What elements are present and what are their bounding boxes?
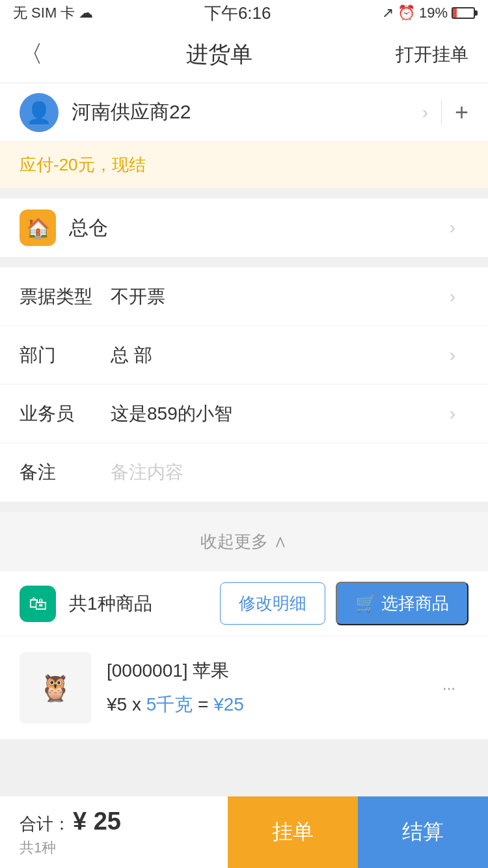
salesperson-label: 业务员 xyxy=(20,401,98,426)
total-label: 合计： xyxy=(20,813,70,835)
notice-text: 应付-20元，现结 xyxy=(20,155,146,174)
supplier-name: 河南供应商22 xyxy=(72,99,422,126)
total-amount: ¥ 25 xyxy=(73,807,121,835)
chevron-right-icon: › xyxy=(422,102,428,123)
person-icon: 👤 xyxy=(26,100,52,125)
product-code: [0000001] 苹果 xyxy=(107,660,229,681)
product-count: 共1种商品 xyxy=(69,591,220,616)
navigation-icon: ↗ xyxy=(382,5,394,21)
nav-bar: 〈 进货单 打开挂单 xyxy=(0,26,488,83)
total-count: 共1种 xyxy=(20,838,208,858)
edit-detail-button[interactable]: 修改明细 xyxy=(220,582,325,625)
more-button[interactable]: ··· xyxy=(429,675,468,701)
settle-label: 结算 xyxy=(402,818,444,847)
form-section: 票据类型 不开票 › 部门 总 部 › 业务员 这是859的小智 › 备注 备注… xyxy=(0,267,488,502)
unit-price: ¥5 x xyxy=(107,694,146,714)
battery-percent: 19% xyxy=(419,5,448,21)
invoice-type-value: 不开票 xyxy=(98,284,450,309)
remark-row[interactable]: 备注 备注内容 xyxy=(0,443,488,502)
product-thumbnail: 🦉 xyxy=(20,652,91,724)
select-product-button[interactable]: 🛒 选择商品 xyxy=(336,582,468,625)
status-left: 无 SIM 卡 ☁ xyxy=(13,3,93,23)
open-hang-button[interactable]: 打开挂单 xyxy=(396,42,468,67)
select-product-icon: 🛒 xyxy=(355,593,376,614)
settle-button[interactable]: 结算 xyxy=(358,796,488,868)
department-row[interactable]: 部门 总 部 › xyxy=(0,326,488,385)
collapse-bar[interactable]: 收起更多 ∧ xyxy=(0,512,488,571)
chevron-right-icon: › xyxy=(450,345,455,366)
product-header: 🛍 共1种商品 修改明细 🛒 选择商品 xyxy=(0,571,488,636)
warehouse-icon: 🏠 xyxy=(26,217,50,239)
product-icon-wrap: 🛍 xyxy=(20,586,56,622)
total-price: ¥25 xyxy=(213,694,244,714)
invoice-type-label: 票据类型 xyxy=(20,284,98,309)
select-product-label: 选择商品 xyxy=(381,592,449,615)
collapse-label: 收起更多 ∧ xyxy=(200,532,287,551)
total-section: 合计： ¥ 25 共1种 xyxy=(0,796,228,868)
hang-label: 挂单 xyxy=(272,818,314,847)
equals: = xyxy=(198,694,213,714)
supplier-section: 👤 河南供应商22 › + 应付-20元，现结 xyxy=(0,83,488,188)
department-label: 部门 xyxy=(20,343,98,368)
add-supplier-button[interactable]: + xyxy=(455,99,468,126)
product-item: 🦉 [0000001] 苹果 ¥5 x 5千克 = ¥25 ··· xyxy=(0,636,488,740)
chevron-right-icon: › xyxy=(450,286,455,307)
product-section: 🛍 共1种商品 修改明细 🛒 选择商品 🦉 [0000001] 苹果 ¥5 x … xyxy=(0,571,488,740)
supplier-avatar: 👤 xyxy=(20,93,59,132)
status-right: ↗ ⏰ 19% xyxy=(382,5,475,21)
alarm-icon: ⏰ xyxy=(398,5,415,21)
back-button[interactable]: 〈 xyxy=(20,38,43,70)
salesperson-row[interactable]: 业务员 这是859的小智 › xyxy=(0,385,488,443)
status-time: 下午6:16 xyxy=(204,2,271,25)
warehouse-name: 总仓 xyxy=(69,215,450,241)
notice-bar: 应付-20元，现结 xyxy=(0,142,488,188)
vertical-divider xyxy=(441,100,442,126)
owl-logo-icon: 🦉 xyxy=(39,673,72,703)
bottom-bar: 合计： ¥ 25 共1种 挂单 结算 xyxy=(0,796,488,868)
invoice-type-row[interactable]: 票据类型 不开票 › xyxy=(0,267,488,326)
product-name: [0000001] 苹果 xyxy=(107,658,429,683)
sim-label: 无 SIM 卡 ☁ xyxy=(13,3,93,23)
quantity: 5千克 xyxy=(146,694,193,714)
chevron-right-icon: › xyxy=(450,403,455,424)
product-price-row: ¥5 x 5千克 = ¥25 xyxy=(107,692,429,717)
remark-placeholder[interactable]: 备注内容 xyxy=(98,460,468,485)
warehouse-section: 🏠 总仓 › xyxy=(0,198,488,257)
page-title: 进货单 xyxy=(186,40,252,70)
cart-icon: 🛍 xyxy=(29,593,47,614)
product-info: [0000001] 苹果 ¥5 x 5千克 = ¥25 xyxy=(107,658,429,717)
department-value: 总 部 xyxy=(98,343,450,368)
hang-button[interactable]: 挂单 xyxy=(228,796,358,868)
battery-icon xyxy=(452,7,475,19)
supplier-row[interactable]: 👤 河南供应商22 › + xyxy=(0,83,488,142)
chevron-right-icon: › xyxy=(450,217,455,238)
status-bar: 无 SIM 卡 ☁ 下午6:16 ↗ ⏰ 19% xyxy=(0,0,488,26)
warehouse-row[interactable]: 🏠 总仓 › xyxy=(0,198,488,257)
remark-label: 备注 xyxy=(20,460,98,485)
warehouse-icon-wrap: 🏠 xyxy=(20,210,56,246)
salesperson-value: 这是859的小智 xyxy=(98,401,450,426)
